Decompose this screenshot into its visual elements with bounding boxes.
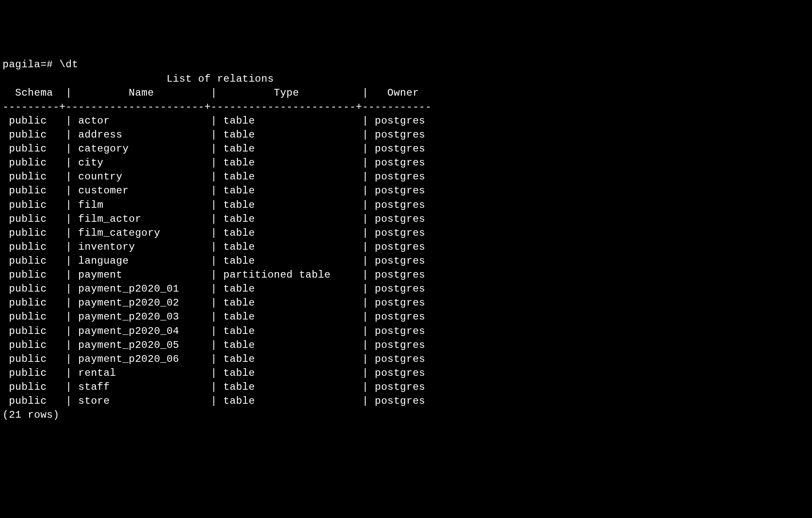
psql-prompt: pagila=# \dt xyxy=(3,59,78,70)
table-header: Schema | Name | Type | Owner xyxy=(3,87,438,99)
table-separator: ---------+----------------------+-------… xyxy=(3,101,431,113)
row-count-footer: (21 rows) xyxy=(3,409,59,421)
relations-title: List of relations xyxy=(3,73,438,85)
table-body: public | actor | table | postgres public… xyxy=(3,115,438,407)
terminal-output[interactable]: pagila=# \dt List of relations Schema | … xyxy=(3,58,809,422)
